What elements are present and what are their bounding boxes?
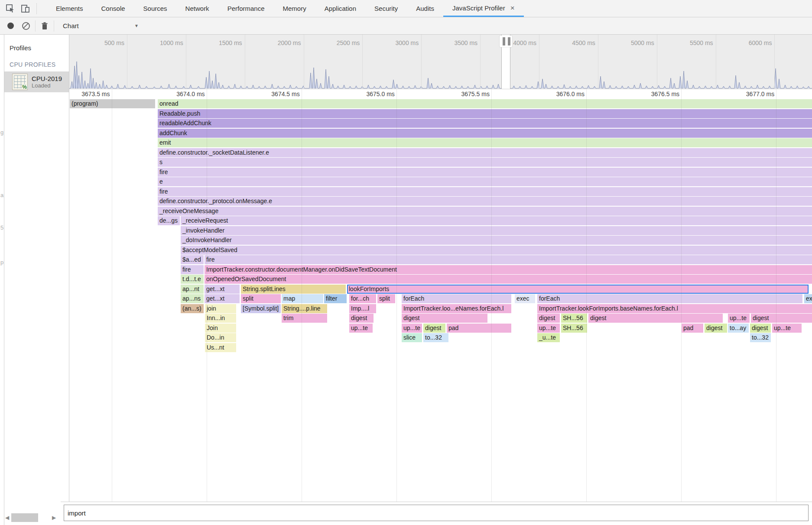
flame-bar[interactable]: $a...ed — [181, 255, 204, 264]
flame-bar[interactable]: split — [241, 294, 281, 303]
flame-bar[interactable]: SH...56 — [561, 314, 587, 323]
flame-bar[interactable]: forEach — [537, 294, 802, 303]
flame-bar[interactable]: fire — [158, 187, 812, 196]
flame-bar[interactable]: _doInvokeHandler — [181, 236, 812, 245]
flame-bar[interactable]: fire — [181, 265, 204, 274]
flame-bar[interactable]: $acceptModelSaved — [181, 246, 812, 255]
record-button[interactable] — [4, 19, 17, 32]
tab-network[interactable]: Network — [176, 0, 218, 17]
flame-bar[interactable]: join — [205, 304, 236, 313]
flame-bar[interactable]: split — [377, 294, 395, 303]
flame-bar[interactable]: de...gs — [158, 216, 180, 225]
flame-bar[interactable]: trim — [282, 314, 327, 323]
tab-application[interactable]: Application — [315, 0, 365, 17]
flame-bar[interactable]: _receiveOneMessage — [158, 207, 812, 216]
flame-bar[interactable]: to...32 — [750, 333, 771, 342]
flame-bar[interactable]: ap...ns — [181, 294, 204, 303]
flame-bar[interactable]: digest — [423, 324, 445, 333]
flame-bar[interactable]: _invokeHandler — [181, 226, 812, 235]
flame-bar[interactable]: _u...te — [537, 333, 560, 342]
flame-bar[interactable]: s — [158, 158, 812, 167]
flame-bar[interactable]: exec — [515, 294, 535, 303]
flame-bar[interactable]: pad — [682, 324, 703, 333]
tab-javascript-profiler[interactable]: JavaScript Profiler× — [443, 0, 524, 17]
flame-bar[interactable]: pad — [447, 324, 511, 333]
flame-bar[interactable]: readableAddChunk — [158, 119, 812, 128]
flame-bar[interactable]: up...te — [728, 314, 750, 323]
flame-bar[interactable]: digest — [402, 314, 487, 323]
sidebar-horizontal-scrollbar[interactable]: ◀ ▶ — [4, 513, 60, 523]
flame-bar[interactable]: digest — [537, 314, 560, 323]
selection-handle-grip-right[interactable] — [508, 37, 510, 45]
flame-bar[interactable]: Imp....l — [349, 304, 376, 313]
overview-selection-handle[interactable] — [500, 36, 512, 47]
flame-bar[interactable]: ex — [804, 294, 812, 303]
flame-bar[interactable]: digest — [750, 324, 771, 333]
close-icon[interactable]: × — [510, 5, 515, 11]
flame-bar[interactable]: fire — [205, 255, 812, 264]
flame-bar[interactable]: get...xt — [205, 285, 240, 294]
tab-security[interactable]: Security — [365, 0, 407, 17]
flame-bar[interactable]: to...ay — [728, 324, 749, 333]
flame-bar[interactable]: ImportTracker.constructor.documentManage… — [205, 265, 812, 274]
flame-bar[interactable]: SH...56 — [561, 324, 587, 333]
flame-bar[interactable]: (an...s) — [181, 304, 204, 313]
flame-bar[interactable]: digest — [705, 324, 727, 333]
flame-bar[interactable]: onOpenedOrSavedDocument — [205, 275, 812, 284]
flame-bar[interactable]: for...ch — [349, 294, 376, 303]
flame-bar[interactable]: String.splitLines — [241, 285, 346, 294]
search-input[interactable] — [64, 505, 809, 521]
flame-bar[interactable]: define.constructor._socketDataListener.e — [158, 148, 812, 157]
flame-bar[interactable]: digest — [751, 314, 812, 323]
flame-bar[interactable]: t.d...t.e — [181, 275, 204, 284]
flame-bar[interactable]: Readable.push — [158, 109, 812, 118]
tab-audits[interactable]: Audits — [407, 0, 443, 17]
tab-console[interactable]: Console — [92, 0, 134, 17]
tab-sources[interactable]: Sources — [134, 0, 176, 17]
flame-bar[interactable]: define.constructor._protocol.onMessage.e — [158, 197, 812, 206]
view-mode-select[interactable]: Chart ▼ — [63, 22, 139, 29]
flame-bar[interactable]: up...te — [349, 324, 373, 333]
flame-bar[interactable]: addChunk — [158, 129, 812, 138]
sidebar-item-cpu-profile[interactable]: % CPU-2019 Loaded — [4, 71, 69, 92]
flame-bar-selected[interactable]: lookForImports — [347, 285, 809, 294]
flame-bar[interactable]: ImportTracker.loo...eNames.forEach.l — [402, 304, 511, 313]
flame-bar[interactable]: digest — [349, 314, 374, 323]
flame-bar[interactable]: Join — [205, 324, 236, 333]
selection-handle-grip-left[interactable] — [503, 37, 505, 45]
flame-bar[interactable]: (program) — [70, 99, 155, 108]
flame-bar[interactable]: up...te — [537, 324, 560, 333]
flame-bar[interactable]: [Symbol.split] — [241, 304, 281, 313]
delete-profile-button[interactable] — [38, 19, 51, 32]
flame-bar[interactable]: ImportTracker.lookForImports.baseNames.f… — [537, 304, 812, 313]
flame-bar[interactable]: digest — [588, 314, 723, 323]
flame-bar[interactable]: _receiveRequest — [181, 216, 812, 225]
clear-button[interactable] — [19, 19, 32, 32]
flame-bar[interactable]: map — [282, 294, 323, 303]
flame-bar[interactable]: Inn...in — [205, 314, 236, 323]
tab-performance[interactable]: Performance — [218, 0, 274, 17]
flame-bar[interactable]: slice — [402, 333, 422, 342]
flame-bar[interactable]: Us...nt — [205, 343, 236, 352]
flame-bar[interactable]: up...te — [772, 324, 802, 333]
flame-bar[interactable]: to...32 — [423, 333, 448, 342]
timeline-overview[interactable]: 500 ms1000 ms1500 ms2000 ms2500 ms3000 m… — [69, 35, 812, 89]
scroll-left-arrow-icon[interactable]: ◀ — [5, 515, 9, 521]
flame-bar[interactable]: Do...in — [205, 333, 236, 342]
flame-chart[interactable]: 3673.5 ms3674.0 ms3674.5 ms3675.0 ms3675… — [69, 89, 812, 525]
tab-memory[interactable]: Memory — [274, 0, 315, 17]
flame-bar[interactable]: String....p.line — [282, 304, 327, 313]
flame-bar[interactable]: emit — [158, 138, 812, 147]
flame-bar[interactable]: fire — [158, 168, 812, 177]
flame-bar[interactable]: filter — [324, 294, 347, 303]
scrollbar-thumb[interactable] — [11, 513, 38, 522]
inspect-element-icon[interactable] — [6, 4, 15, 13]
flame-bar[interactable]: ap...nt — [181, 285, 204, 294]
scroll-right-arrow-icon[interactable]: ▶ — [52, 515, 56, 521]
tab-elements[interactable]: Elements — [47, 0, 92, 17]
flame-bar[interactable]: up...te — [402, 324, 422, 333]
device-toolbar-icon[interactable] — [21, 4, 30, 13]
flame-bar[interactable]: e — [158, 177, 812, 186]
flame-bar[interactable]: onread — [158, 99, 812, 108]
flame-bar[interactable]: get...xt — [205, 294, 240, 303]
